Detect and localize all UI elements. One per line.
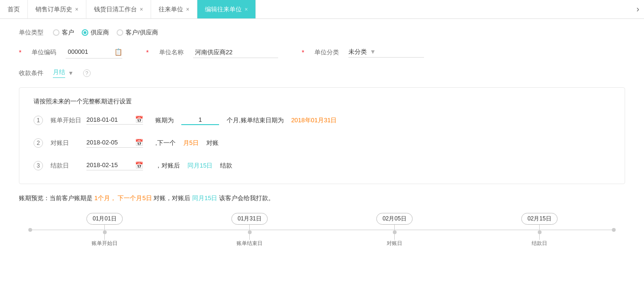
timeline-point-2: 01月31日 账单结束日 [177, 213, 322, 247]
setting-row-2: 2 对账日 📅 ,下一个 月5日 对账 [34, 138, 610, 148]
timeline-point-3: 02月05日 对账日 [322, 213, 467, 247]
setting-row-1: 1 账单开始日 📅 账期为 个月,账单结束日期为 2018年01月31日 [34, 115, 610, 125]
row3-date-wrapper: 📅 [86, 161, 143, 170]
name-required: * [146, 49, 148, 56]
tab-sales-history[interactable]: 销售订单历史 × [28, 0, 86, 18]
tab-edit-contact[interactable]: 编辑往来单位 × [197, 0, 256, 18]
unit-type-row: 单位类型 客户 供应商 客户/供应商 [19, 28, 625, 37]
row2-label: 对账日 [51, 139, 79, 147]
unit-category-dropdown[interactable]: 未分类 ▼ [348, 48, 424, 58]
tab-cash-work-label: 钱货日清工作台 [94, 5, 137, 14]
unit-category-value: 未分类 [348, 48, 367, 56]
timeline-point-4: 02月15日 结款日 [467, 213, 612, 247]
unit-info-row: * 单位编码 📋 * 单位名称 * 单位分类 未分类 ▼ [19, 46, 625, 59]
preview-middle: 对账，对账后 [153, 194, 190, 202]
timeline-connector-2b [249, 234, 250, 240]
row3-highlight: 同月15日 [187, 161, 212, 170]
unit-name-input[interactable] [193, 47, 278, 58]
preview-part2: 下一个月5日 [118, 194, 152, 202]
payment-terms-dropdown[interactable]: 月结 ▼ [53, 68, 74, 78]
unit-category-arrow: ▼ [370, 48, 376, 55]
tab-contacts[interactable]: 往来单位 × [151, 0, 197, 18]
code-required: * [19, 49, 21, 56]
unit-type-label: 单位类型 [19, 28, 43, 37]
row-num-2: 2 [34, 138, 43, 148]
category-required: * [302, 49, 304, 56]
unit-type-radio-group: 客户 供应商 客户/供应商 [53, 28, 158, 37]
radio-both[interactable]: 客户/供应商 [117, 28, 158, 37]
tab-contacts-label: 往来单位 [159, 5, 183, 14]
timeline-connector-1 [104, 225, 105, 230]
timeline-connector-3 [394, 225, 395, 230]
timeline-date-4: 02月15日 [521, 213, 558, 225]
timeline-date-1: 01月01日 [86, 213, 123, 225]
timeline-label-2: 账单结束日 [237, 240, 263, 247]
row2-desc-prefix: ,下一个 [155, 139, 176, 147]
settings-box: 请按照未来的一个完整帐期进行设置 1 账单开始日 📅 账期为 个月,账单结束日期… [19, 87, 625, 184]
tab-cash-work-close[interactable]: × [140, 6, 143, 13]
timeline-label-1: 账单开始日 [92, 240, 118, 247]
row3-desc-suffix: 结款 [220, 161, 232, 170]
tab-home[interactable]: 首页 [0, 0, 28, 18]
unit-code-input-wrapper: 📋 [66, 46, 122, 59]
preview-part3: 同月15日 [192, 194, 217, 202]
row1-date-input[interactable] [86, 116, 135, 123]
timeline-dot-3 [393, 230, 397, 234]
row1-period-suffix: 个月,账单结束日期为 [227, 116, 284, 125]
unit-code-input[interactable] [66, 46, 114, 57]
row1-calendar-icon[interactable]: 📅 [135, 116, 143, 123]
tab-cash-work[interactable]: 钱货日清工作台 × [86, 0, 151, 18]
payment-terms-row: 收款条件 月结 ▼ ? [19, 68, 625, 78]
tab-bar: 首页 销售订单历史 × 钱货日清工作台 × 往来单位 × 编辑往来单位 × › [0, 0, 644, 19]
row2-desc-suffix: 对账 [206, 139, 219, 147]
timeline-date-3: 02月05日 [376, 213, 413, 225]
tab-more-button[interactable]: › [632, 0, 644, 18]
row3-date-input[interactable] [86, 161, 135, 169]
radio-customer[interactable]: 客户 [53, 28, 74, 37]
tab-edit-contact-label: 编辑往来单位 [205, 5, 242, 14]
unit-code-icon[interactable]: 📋 [114, 48, 122, 56]
row3-label: 结款日 [51, 161, 79, 170]
row3-calendar-icon[interactable]: 📅 [135, 161, 143, 169]
radio-supplier-label: 供应商 [91, 28, 109, 37]
tab-sales-history-close[interactable]: × [75, 6, 78, 13]
timeline-connector-4b [539, 234, 540, 240]
timeline-label-3: 对账日 [387, 240, 402, 247]
tab-edit-contact-close[interactable]: × [245, 6, 248, 13]
preview-suffix: 该客户会给我打款。 [219, 194, 274, 202]
timeline-dot-2 [248, 230, 252, 234]
radio-customer-circle [53, 29, 59, 36]
timeline-main: 01月01日 账单开始日 01月31日 账单结束日 02月05日 [32, 213, 612, 247]
row2-date-input[interactable] [86, 139, 135, 146]
radio-supplier-circle [82, 29, 88, 36]
timeline-left-end-dot [28, 228, 32, 232]
row-num-1: 1 [34, 116, 43, 125]
preview-part1: 1个月， [94, 194, 116, 202]
timeline-point-1: 01月01日 账单开始日 [32, 213, 177, 247]
payment-help-icon[interactable]: ? [83, 69, 91, 77]
payment-terms-arrow: ▼ [68, 70, 74, 76]
unit-code-label: 单位编码 [32, 48, 56, 57]
preview-text: 账期预览：当前客户账期是 1个月， 下一个月5日 对账，对账后 同月15日 该客… [19, 194, 625, 203]
unit-category-label: 单位分类 [314, 48, 339, 57]
settings-title: 请按照未来的一个完整帐期进行设置 [34, 97, 610, 106]
radio-both-label: 客户/供应商 [126, 28, 158, 37]
row1-period-end-date: 2018年01月31日 [291, 116, 337, 125]
tab-home-label: 首页 [8, 5, 20, 14]
row2-calendar-icon[interactable]: 📅 [135, 139, 143, 146]
main-content: 单位类型 客户 供应商 客户/供应商 * 单位编码 📋 * 单位名称 * [0, 19, 644, 287]
row1-label: 账单开始日 [51, 116, 79, 125]
row2-highlight: 月5日 [183, 139, 199, 147]
row1-period-prefix: 账期为 [155, 116, 174, 125]
timeline-right-end-dot [612, 228, 616, 232]
row2-date-wrapper: 📅 [86, 139, 143, 148]
row1-period-input[interactable] [181, 115, 219, 125]
timeline-connector-2 [249, 225, 250, 230]
row-num-3: 3 [34, 161, 43, 170]
payment-terms-label: 收款条件 [19, 69, 43, 77]
radio-supplier[interactable]: 供应商 [82, 28, 109, 37]
timeline-connector-1b [104, 234, 105, 240]
timeline-date-2: 01月31日 [231, 213, 268, 225]
tab-contacts-close[interactable]: × [186, 6, 189, 13]
radio-customer-label: 客户 [62, 28, 74, 37]
